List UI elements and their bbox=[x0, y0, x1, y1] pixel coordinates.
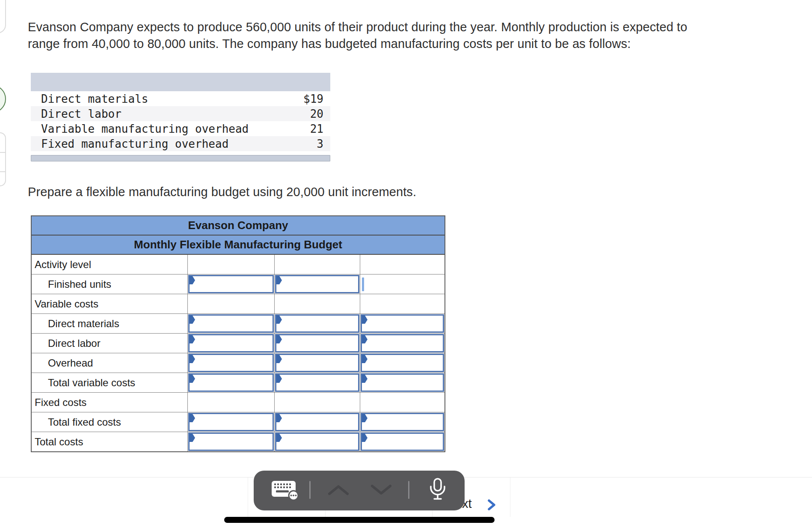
problem-line-1: Evanson Company expects to produce 560,0… bbox=[28, 19, 687, 36]
budget-row: Direct labor bbox=[32, 334, 445, 353]
flag-icon bbox=[362, 355, 367, 363]
answer-input[interactable] bbox=[188, 373, 274, 392]
cost-row-label: Direct materials bbox=[41, 92, 148, 105]
divider bbox=[0, 171, 5, 172]
answer-input[interactable] bbox=[188, 433, 274, 451]
next-field-button[interactable] bbox=[361, 471, 401, 510]
budget-row: Activity level bbox=[32, 255, 445, 274]
budget-cell bbox=[188, 255, 275, 274]
budget-cell[interactable] bbox=[275, 274, 360, 294]
budget-cell[interactable] bbox=[360, 432, 445, 451]
dictation-button[interactable] bbox=[421, 471, 455, 510]
flag-icon bbox=[276, 276, 282, 284]
horizontal-scrollbar[interactable] bbox=[31, 155, 330, 161]
budget-cell[interactable] bbox=[275, 314, 360, 333]
budget-row-label: Activity level bbox=[32, 255, 188, 274]
budget-row-label: Total costs bbox=[32, 432, 188, 451]
keyboard-accessory-toolbar bbox=[254, 471, 465, 510]
budget-cell bbox=[360, 274, 445, 294]
answer-input[interactable] bbox=[275, 433, 359, 451]
microphone-icon bbox=[428, 477, 447, 504]
budget-cell[interactable] bbox=[360, 314, 445, 333]
answer-input[interactable] bbox=[361, 373, 444, 392]
chevron-up-icon bbox=[328, 484, 349, 498]
flag-icon bbox=[362, 375, 367, 383]
answer-input[interactable] bbox=[275, 413, 359, 431]
problem-statement: Evanson Company expects to produce 560,0… bbox=[28, 19, 687, 52]
answer-input[interactable] bbox=[188, 275, 274, 293]
budget-cell[interactable] bbox=[360, 373, 445, 392]
budget-cell[interactable] bbox=[275, 373, 360, 392]
budget-cell[interactable] bbox=[275, 353, 360, 373]
budget-row: Finished units bbox=[32, 274, 445, 294]
budget-table: Evanson Company Monthly Flexible Manufac… bbox=[31, 215, 445, 452]
cost-row-value: 21 bbox=[310, 122, 323, 135]
budget-row-label: Direct materials bbox=[32, 314, 188, 333]
budget-cell[interactable] bbox=[188, 353, 275, 373]
budget-row-label: Fixed costs bbox=[32, 393, 188, 412]
budget-cell bbox=[360, 294, 445, 313]
budget-cell[interactable] bbox=[360, 334, 445, 353]
budget-cell bbox=[188, 393, 275, 412]
budget-rows: Activity levelFinished unitsVariable cos… bbox=[32, 255, 445, 451]
budget-row: Overhead bbox=[32, 353, 445, 373]
budget-table-subtitle: Monthly Flexible Manufacturing Budget bbox=[32, 236, 445, 255]
answer-input[interactable] bbox=[275, 334, 359, 352]
answer-input[interactable] bbox=[275, 354, 359, 372]
dismiss-keyboard-button[interactable] bbox=[267, 471, 305, 510]
flag-icon bbox=[276, 375, 282, 383]
answer-input[interactable] bbox=[275, 314, 359, 333]
toolbar-separator bbox=[408, 481, 409, 499]
budget-cell[interactable] bbox=[275, 432, 360, 451]
answer-input[interactable] bbox=[275, 373, 359, 392]
budget-cell[interactable] bbox=[188, 373, 275, 392]
flag-icon bbox=[190, 414, 195, 422]
answer-input[interactable] bbox=[275, 275, 359, 293]
cost-row-value: 20 bbox=[310, 107, 323, 120]
flag-icon bbox=[362, 434, 367, 442]
budget-cell[interactable] bbox=[360, 412, 445, 432]
answer-input[interactable] bbox=[361, 334, 444, 352]
next-chevron-icon[interactable] bbox=[486, 498, 497, 513]
answer-input[interactable] bbox=[361, 314, 444, 333]
cost-row-value: 3 bbox=[317, 137, 323, 150]
budget-cell[interactable] bbox=[275, 412, 360, 432]
budget-cell bbox=[360, 255, 445, 274]
previous-field-button[interactable] bbox=[318, 471, 359, 510]
budget-cell[interactable] bbox=[188, 274, 275, 294]
cost-row-label: Fixed manufacturing overhead bbox=[41, 137, 228, 150]
cost-row-value: $19 bbox=[303, 92, 323, 105]
left-panel-card-fragment bbox=[0, 0, 6, 33]
budget-cell bbox=[275, 294, 360, 313]
budget-cell[interactable] bbox=[188, 432, 275, 451]
text-cursor bbox=[362, 277, 364, 291]
flag-icon bbox=[276, 434, 282, 442]
answer-input[interactable] bbox=[188, 354, 274, 372]
green-status-circle-fragment bbox=[0, 85, 6, 113]
cost-row: Direct labor20 bbox=[31, 106, 330, 121]
answer-input[interactable] bbox=[361, 433, 444, 451]
budget-row-label: Overhead bbox=[32, 353, 188, 373]
budget-cell bbox=[188, 294, 275, 313]
answer-input[interactable] bbox=[361, 354, 444, 372]
answer-input[interactable] bbox=[188, 334, 274, 352]
home-indicator[interactable] bbox=[224, 517, 495, 523]
answer-input[interactable] bbox=[361, 413, 444, 431]
footer-grid-line bbox=[248, 477, 248, 517]
budget-row-label: Direct labor bbox=[32, 334, 188, 353]
answer-input[interactable] bbox=[188, 413, 274, 431]
screen: Evanson Company expects to produce 560,0… bbox=[0, 0, 812, 528]
cost-row: Variable manufacturing overhead21 bbox=[31, 121, 330, 136]
budget-cell[interactable] bbox=[188, 314, 275, 333]
budget-row-label: Finished units bbox=[32, 274, 188, 294]
flag-icon bbox=[362, 335, 367, 343]
budget-row-label: Total variable costs bbox=[32, 373, 188, 392]
budget-cell[interactable] bbox=[188, 412, 275, 432]
budget-cell[interactable] bbox=[360, 353, 445, 373]
budget-row: Total fixed costs bbox=[32, 412, 445, 432]
flag-icon bbox=[362, 414, 367, 422]
budget-cell[interactable] bbox=[275, 334, 360, 353]
budget-cell[interactable] bbox=[188, 334, 275, 353]
answer-input[interactable] bbox=[188, 314, 274, 333]
budget-row-label: Variable costs bbox=[32, 294, 188, 313]
